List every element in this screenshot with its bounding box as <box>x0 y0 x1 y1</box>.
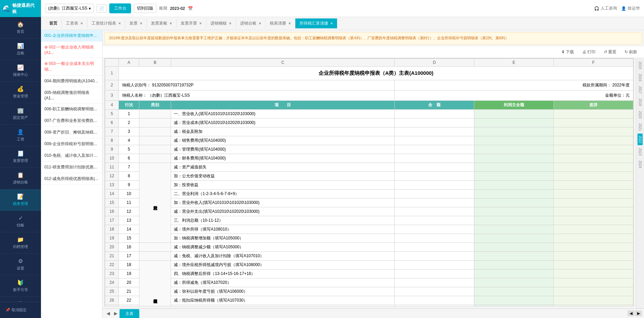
left-panel-item-007[interactable]: 007-广告费和业务宣传费跌... <box>41 115 102 127</box>
profit-cell[interactable] <box>474 278 554 287</box>
left-panel-item-011[interactable]: 011-研发费用加计扣除优惠... <box>41 162 102 173</box>
profit-cell[interactable] <box>474 118 554 127</box>
diff-cell[interactable] <box>554 305 633 306</box>
profit-cell[interactable] <box>474 154 554 163</box>
workbench-button[interactable]: 工作台 <box>109 3 131 13</box>
tab-salary-stats[interactable]: 工资统计报表✕ <box>87 18 125 28</box>
year-item-2023[interactable]: 2023 <box>638 146 643 157</box>
diff-cell[interactable] <box>554 180 633 189</box>
amount-cell[interactable] <box>395 225 474 234</box>
amount-cell[interactable] <box>395 145 474 154</box>
left-panel-item-002[interactable]: ⊗002-一般企业收入明细表(A1... <box>41 42 102 58</box>
diff-cell[interactable] <box>554 118 633 127</box>
profit-cell[interactable] <box>474 127 554 136</box>
print-button[interactable]: 🖨 打印 <box>579 48 598 56</box>
sidebar-item-guide[interactable]: 🔰新手引导 <box>0 275 41 297</box>
sidebar-item-settings[interactable]: ⚙设置 <box>0 254 41 275</box>
year-item-2020[interactable]: 2020 <box>638 109 643 121</box>
year-item-2019[interactable]: 2019 <box>638 59 643 71</box>
diff-cell[interactable] <box>554 269 633 278</box>
ai-service[interactable]: 🎧 人工咨询 <box>594 5 617 11</box>
amount-cell[interactable] <box>395 163 474 171</box>
profit-cell[interactable] <box>474 305 554 306</box>
sidebar-item-tax[interactable]: 📝税务管理 <box>0 189 41 211</box>
year-item-2017[interactable]: 2017 <box>638 84 643 96</box>
diff-cell[interactable] <box>554 278 633 287</box>
diff-cell[interactable] <box>554 127 633 136</box>
diff-cell[interactable] <box>554 163 633 171</box>
sidebar-item-archive[interactable]: 📁归档管理 <box>0 232 41 254</box>
profit-cell[interactable] <box>474 207 554 216</box>
diff-cell[interactable] <box>554 171 633 180</box>
left-panel-item-010[interactable]: 010-免税、减计收入及加计... <box>41 150 102 162</box>
sheet-nav-right[interactable]: ▶ <box>112 310 120 317</box>
sidebar-item-member[interactable]: 💎畅会员 <box>0 297 41 302</box>
tab-close-invoice-open[interactable]: ✕ <box>199 22 202 25</box>
tab-home[interactable]: 首页 <box>45 18 62 28</box>
company-selector[interactable]: (勿删）江西服宝-LSS ▾ <box>45 4 94 13</box>
tab-close-purchase-ledger[interactable]: ✕ <box>258 22 261 25</box>
profit-cell[interactable] <box>474 296 554 305</box>
amount-cell[interactable] <box>395 189 474 198</box>
sidebar-item-sales[interactable]: 📋进销台账 <box>0 168 41 189</box>
tab-salary[interactable]: 工资表✕ <box>62 18 87 28</box>
profit-cell[interactable] <box>474 163 554 171</box>
tab-close-invoice[interactable]: ✕ <box>140 22 142 25</box>
left-panel-item-003[interactable]: ⊗003-一般企业成本支出明细... <box>41 58 102 75</box>
diff-cell[interactable] <box>554 145 633 154</box>
sidebar-pin[interactable]: 📌 取消固定 <box>3 305 38 315</box>
tab-close-salary-stats[interactable]: ✕ <box>118 22 121 25</box>
profit-cell[interactable] <box>474 189 554 198</box>
amount-cell[interactable] <box>395 154 474 163</box>
amount-cell[interactable] <box>395 305 474 306</box>
sidebar-item-ledger[interactable]: 📊总账 <box>0 39 41 60</box>
left-panel-item-012[interactable]: 012-减免所得税优惠明细表(... <box>41 173 102 185</box>
profit-cell[interactable] <box>474 269 554 278</box>
left-panel-item-005[interactable]: 005-纳税调整项目明细表(A1... <box>41 87 102 103</box>
diff-cell[interactable] <box>554 198 633 207</box>
diff-cell[interactable] <box>554 296 633 305</box>
diff-cell[interactable] <box>554 136 633 145</box>
profit-cell[interactable] <box>474 198 554 207</box>
tab-invoice-calc[interactable]: 发票算账✕ <box>147 18 177 28</box>
amount-cell[interactable] <box>395 109 474 118</box>
diff-cell[interactable] <box>554 216 633 225</box>
reset-button[interactable]: ↺ 重置 <box>601 48 619 56</box>
year-item-2024[interactable]: 2024 <box>638 158 643 170</box>
profit-cell[interactable] <box>474 136 554 145</box>
year-item-2018[interactable]: 2018 <box>638 96 643 108</box>
year-item-2022[interactable]: 2022 <box>638 134 643 145</box>
tab-purchase[interactable]: 进销稽核✕ <box>206 18 236 28</box>
profit-cell[interactable] <box>474 287 554 296</box>
diff-cell[interactable] <box>554 109 633 118</box>
left-panel-item-009[interactable]: 009-企业所得税补亏损明细... <box>41 138 102 150</box>
tab-close-tax-clear[interactable]: ✕ <box>288 22 291 25</box>
diff-cell[interactable] <box>554 207 633 216</box>
tab-close-invoice-calc[interactable]: ✕ <box>169 22 172 25</box>
sidebar-item-asset[interactable]: 🏢固定资产 <box>0 103 41 125</box>
year-item-2021[interactable]: 2021 <box>638 121 643 133</box>
profit-cell[interactable] <box>474 216 554 225</box>
amount-cell[interactable] <box>395 251 474 260</box>
tab-close-salary[interactable]: ✕ <box>80 22 83 25</box>
sidebar-item-close[interactable]: ✓结账 <box>0 211 41 232</box>
tab-invoice-open[interactable]: 发票开票✕ <box>177 18 206 28</box>
diff-cell[interactable] <box>554 154 633 163</box>
profit-cell[interactable] <box>474 243 554 251</box>
sidebar-item-report[interactable]: 📈报表中心 <box>0 60 41 82</box>
diff-cell[interactable] <box>554 287 633 296</box>
scroll-left-btn[interactable]: ◀ <box>628 310 634 316</box>
diff-cell[interactable] <box>554 189 633 198</box>
tab-invoice[interactable]: 发票✕ <box>125 18 147 28</box>
amount-cell[interactable] <box>395 278 474 287</box>
amount-cell[interactable] <box>395 207 474 216</box>
sidebar-item-salary[interactable]: 👤工资 <box>0 125 41 146</box>
amount-cell[interactable] <box>395 243 474 251</box>
refresh-button[interactable]: ↻ 刷新 <box>622 48 640 56</box>
profit-cell[interactable] <box>474 225 554 234</box>
profit-cell[interactable] <box>474 234 554 243</box>
diff-cell[interactable] <box>554 251 633 260</box>
amount-cell[interactable] <box>395 260 474 269</box>
calendar-icon[interactable]: 📅 <box>188 6 193 11</box>
sidebar-item-home[interactable]: 🏠首页 <box>0 17 41 39</box>
